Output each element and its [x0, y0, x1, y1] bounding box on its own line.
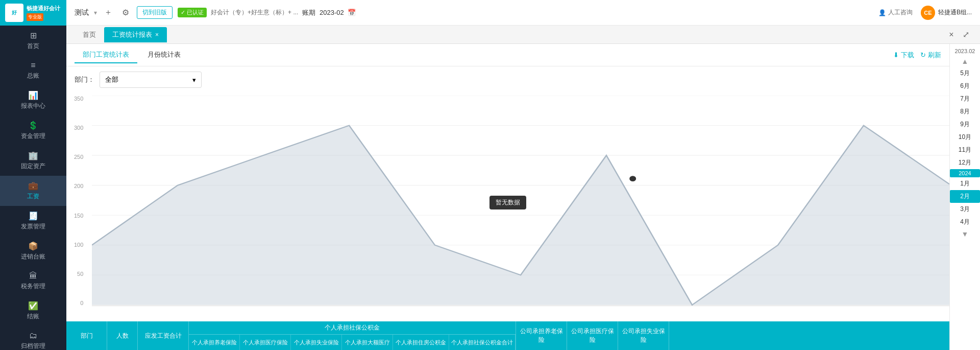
refresh-button[interactable]: ↻ 刷新 — [920, 51, 941, 60]
current-period-label: 2023.02 — [950, 46, 980, 56]
tab-close-button[interactable]: × — [155, 31, 159, 38]
sub-tab-monthly[interactable]: 月份统计表 — [139, 47, 189, 63]
month-8[interactable]: 8月 — [950, 105, 980, 118]
group-cols: 个人承担养老保险 个人承担医疗保险 个人承担失业保险 个人承担大额医疗 个人承担 — [189, 335, 516, 350]
sidebar-item-tax[interactable]: 🏛 税务管理 — [0, 266, 66, 296]
y-label-0: 0 — [80, 300, 83, 306]
col-personal-housing-fund: 个人承担住房公积金 — [393, 335, 449, 350]
salary-icon: 💼 — [28, 181, 38, 191]
sidebar-item-fund[interactable]: 💲 资金管理 — [0, 115, 66, 146]
settle-icon: ✅ — [28, 301, 38, 311]
svg-point-9 — [629, 176, 636, 181]
scroll-down-button[interactable]: ▼ — [950, 228, 980, 240]
col-company-unemployment: 公司承担失业保险 — [618, 321, 669, 350]
month-6[interactable]: 6月 — [950, 80, 980, 92]
month-3[interactable]: 3月 — [950, 203, 980, 216]
chart-area: 350 300 250 200 150 100 50 0 — [66, 93, 949, 321]
sidebar-item-salary[interactable]: 💼 工资 — [0, 176, 66, 206]
col-personal-pension: 个人承担养老保险 — [189, 335, 240, 350]
refresh-icon: ↻ — [920, 51, 926, 59]
sidebar: 好 畅捷通好会计 专业版 ⊞ 首页 ≡ 总账 📊 报表中心 💲 资金管理 🏢 固… — [0, 0, 66, 350]
avatar: CE — [921, 6, 935, 20]
month-9[interactable]: 9月 — [950, 118, 980, 131]
sidebar-item-home[interactable]: ⊞ 首页 — [0, 26, 66, 56]
topbar-badges: ✓ 已认证 好会计（专）+好生意（标）+ ... 账期 2023-02 📅 — [178, 8, 873, 17]
year-2024-badge: 2024 — [950, 169, 980, 177]
download-button[interactable]: ⬇ 下载 — [893, 51, 914, 60]
col-total-salary: 应发工资合计 — [138, 321, 189, 350]
sidebar-item-ledger[interactable]: ≡ 总账 — [0, 56, 66, 85]
y-label-150: 150 — [74, 213, 83, 219]
col-department: 部门 — [66, 321, 107, 350]
user-menu[interactable]: CE 轻捷通B组... — [921, 6, 972, 20]
invoice-icon: 🧾 — [28, 211, 38, 221]
help-icon: 👤 — [878, 9, 886, 16]
tab-salary-report[interactable]: 工资统计报表 × — [104, 27, 167, 42]
month-5[interactable]: 5月 — [950, 67, 980, 80]
switch-old-version-button[interactable]: 切到旧版 — [137, 6, 173, 19]
download-icon: ⬇ — [893, 51, 899, 59]
col-company-pension: 公司承担养老保险 — [516, 321, 567, 350]
col-headcount: 人数 — [107, 321, 138, 350]
period-label: 账期 2023-02 📅 — [302, 8, 356, 17]
month-4[interactable]: 4月 — [950, 216, 980, 228]
company-dropdown-arrow[interactable]: ▾ — [94, 9, 97, 16]
sub-tab-department[interactable]: 部门工资统计表 — [75, 47, 137, 63]
help-button[interactable]: 👤 人工咨询 — [878, 8, 913, 17]
logo: 好 畅捷通好会计 专业版 — [0, 0, 66, 26]
scroll-up-button[interactable]: ▲ — [950, 56, 980, 67]
add-button[interactable]: ＋ — [102, 7, 114, 19]
content-area: 部门工资统计表 月份统计表 ⬇ 下载 ↻ 刷新 — [66, 44, 980, 350]
tabs-bar: 首页 工资统计报表 × × ⤢ — [66, 26, 980, 44]
sidebar-item-fixed[interactable]: 🏢 固定资产 — [0, 146, 66, 176]
table-footer: 部门 人数 应发工资合计 个人承担社保公积金 个人承担养老保险 — [66, 321, 949, 350]
month-7[interactable]: 7月 — [950, 92, 980, 105]
sidebar-item-settle[interactable]: ✅ 结账 — [0, 296, 66, 326]
col-personal-major-medical: 个人承担大额医疗 — [342, 335, 393, 350]
report-icon: 📊 — [28, 90, 38, 100]
sidebar-item-trade[interactable]: 📦 进销台账 — [0, 236, 66, 266]
home-icon: ⊞ — [30, 31, 37, 40]
y-label-100: 100 — [74, 242, 83, 248]
sidebar-item-archive[interactable]: 🗂 归档管理 — [0, 326, 66, 350]
month-11[interactable]: 11月 — [950, 144, 980, 156]
company-name: 测试 — [75, 8, 89, 17]
y-axis: 350 300 250 200 150 100 50 0 — [74, 96, 83, 306]
topbar: 测试 ▾ ＋ ⚙ 切到旧版 ✓ 已认证 好会计（专）+好生意（标）+ ... 账… — [66, 0, 980, 26]
department-select[interactable]: 全部 ▾ — [100, 72, 202, 88]
tab-window-controls: × ⤢ — [945, 29, 972, 41]
main-content: 测试 ▾ ＋ ⚙ 切到旧版 ✓ 已认证 好会计（专）+好生意（标）+ ... 账… — [66, 0, 980, 350]
sidebar-item-report[interactable]: 📊 报表中心 — [0, 85, 66, 115]
logo-icon: 好 — [5, 4, 23, 22]
col-company-medical: 公司承担医疗保险 — [567, 321, 618, 350]
month-2-active[interactable]: 2月 — [950, 190, 980, 203]
line-chart — [92, 96, 949, 306]
select-arrow-icon: ▾ — [192, 76, 196, 84]
y-label-200: 200 — [74, 183, 83, 189]
sidebar-item-invoice[interactable]: 🧾 发票管理 — [0, 206, 66, 236]
y-label-300: 300 — [74, 125, 83, 131]
archive-icon: 🗂 — [29, 331, 37, 340]
fixed-icon: 🏢 — [28, 151, 38, 160]
month-1[interactable]: 1月 — [950, 177, 980, 190]
product-badges: 好会计（专）+好生意（标）+ ... — [211, 8, 298, 17]
page-content: 部门工资统计表 月份统计表 ⬇ 下载 ↻ 刷新 — [66, 44, 949, 350]
month-12[interactable]: 12月 — [950, 156, 980, 169]
ledger-icon: ≡ — [31, 61, 35, 70]
calendar-icon[interactable]: 📅 — [348, 9, 356, 16]
close-window-button[interactable]: × — [945, 29, 958, 41]
col-personal-medical: 个人承担医疗保险 — [240, 335, 291, 350]
sidebar-nav: ⊞ 首页 ≡ 总账 📊 报表中心 💲 资金管理 🏢 固定资产 💼 工资 🧾 发票… — [0, 26, 66, 350]
col-personal-total: 个人承担社保公积金合计 — [449, 335, 516, 350]
settings-button[interactable]: ⚙ — [119, 7, 132, 19]
user-name: 轻捷通B组... — [938, 8, 972, 17]
fund-icon: 💲 — [28, 121, 38, 130]
group-personal-insurance: 个人承担社保公积金 个人承担养老保险 个人承担医疗保险 个人承担失业保险 个人承… — [189, 321, 516, 350]
y-label-250: 250 — [74, 154, 83, 160]
x-axis-line — [92, 306, 949, 306]
tab-home[interactable]: 首页 — [75, 27, 104, 42]
group-header: 个人承担社保公积金 — [189, 321, 516, 335]
maximize-window-button[interactable]: ⤢ — [960, 29, 972, 41]
month-10[interactable]: 10月 — [950, 131, 980, 144]
trade-icon: 📦 — [28, 241, 38, 251]
